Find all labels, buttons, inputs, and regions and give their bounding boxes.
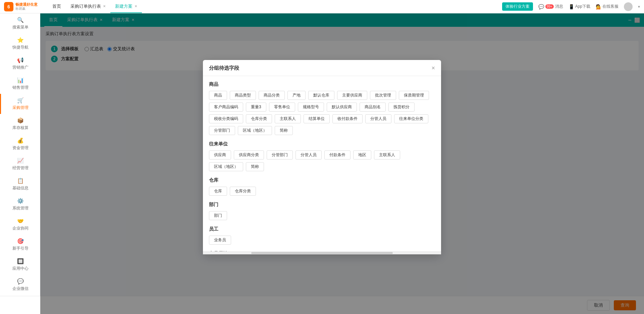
field-tag-region-goods[interactable]: 区域（地区） <box>238 126 272 135</box>
field-tag-goods[interactable]: 商品 <box>209 91 227 100</box>
tab-close-scheme[interactable]: ✕ <box>135 4 137 8</box>
field-tag-warehouse-cat[interactable]: 仓库分类 <box>246 114 272 123</box>
search-icon: 🔍 <box>17 17 24 23</box>
section-employee-grid: 业务员 <box>209 236 435 245</box>
sidebar: 🔍 搜索菜单 ⭐ 快捷导航 📢 营销推广 📊 销售管理 🛒 采购管理 📦 库存核… <box>0 13 40 314</box>
field-tag-settlement-unit[interactable]: 结算单位 <box>304 114 330 123</box>
sidebar-item-marketing[interactable]: 📢 营销推广 <box>0 54 40 74</box>
field-tag-warehouse[interactable]: 仓库 <box>209 187 227 196</box>
field-tag-cp-manager[interactable]: 分管人员 <box>296 150 322 160</box>
online-service-btn[interactable]: 💁 在线客服 <box>596 4 619 9</box>
app-download-btn[interactable]: 📱 App下载 <box>569 4 590 9</box>
modal-hscroll-bar[interactable] <box>203 251 441 254</box>
app-center-icon: 🔲 <box>17 258 24 264</box>
section-goods-grid: 商品 商品类型 商品分类 产地 默认仓库 主要供应商 批次管理 保质期管理 客户… <box>209 91 435 135</box>
section-employee-title: 员工 <box>209 226 435 232</box>
field-tag-goods-category[interactable]: 商品分类 <box>259 91 285 100</box>
sidebar-item-wechat[interactable]: 💬 企业微信 <box>0 275 40 295</box>
operations-icon: 📈 <box>17 158 24 164</box>
field-tag-short-name[interactable]: 简称 <box>275 126 293 135</box>
corp-icon: 🤝 <box>17 218 24 224</box>
field-tag-default-warehouse[interactable]: 默认仓库 <box>308 91 334 100</box>
user-avatar[interactable] <box>624 2 633 11</box>
section-goods-title: 商品 <box>209 81 435 87</box>
field-tag-manager[interactable]: 分管人员 <box>365 114 391 123</box>
field-tag-default-supplier[interactable]: 默认供应商 <box>327 103 357 112</box>
marketing-icon: 📢 <box>17 57 24 63</box>
modal-header: 分组待选字段 × <box>203 60 441 76</box>
field-tag-retail-unit[interactable]: 零售单位 <box>269 103 295 112</box>
message-badge: 99+ <box>545 4 554 9</box>
message-label: 消息 <box>555 4 563 9</box>
sidebar-item-search[interactable]: 🔍 搜索菜单 <box>0 13 40 34</box>
system-icon: ⚙️ <box>17 198 24 204</box>
field-tag-cp-region[interactable]: 地区 <box>353 150 371 160</box>
section-counterparty-grid: 供应商 供应商分类 分管部门 分管人员 付款条件 地区 主联系人 区域（地区） … <box>209 150 435 171</box>
tab-purchase-list[interactable]: 采购订单执行表 ✕ <box>66 0 110 13</box>
field-tag-cp-payment[interactable]: 付款条件 <box>324 150 351 160</box>
field-tag-origin[interactable]: 产地 <box>287 91 306 100</box>
section-counterparty-title: 往来单位 <box>209 141 435 147</box>
field-tag-expiry-mgmt[interactable]: 保质期管理 <box>399 91 429 100</box>
field-tag-warehouse-category[interactable]: 仓库分类 <box>230 187 256 196</box>
field-tag-main-supplier[interactable]: 主要供应商 <box>337 91 367 100</box>
purchase-icon: 🛒 <box>17 97 24 104</box>
section-employee: 员工 业务员 <box>209 226 435 245</box>
sidebar-item-corp-collab[interactable]: 🤝 企业协同 <box>0 214 40 235</box>
field-tag-cp-area[interactable]: 区域（地区） <box>209 162 243 171</box>
field-tag-goods-alias[interactable]: 商品别名 <box>360 103 386 112</box>
field-tag-customer-code[interactable]: 客户商品编码 <box>209 103 243 112</box>
modal-close-button[interactable]: × <box>431 65 435 72</box>
field-tag-salesperson[interactable]: 业务员 <box>209 236 231 245</box>
field-tag-main-contact[interactable]: 主联系人 <box>275 114 301 123</box>
section-warehouse-title: 仓库 <box>209 177 435 183</box>
field-tag-goods-type[interactable]: 商品类型 <box>230 91 256 100</box>
section-department-title: 部门 <box>209 202 435 208</box>
nav-pill-btn[interactable]: 体验行业方案 <box>502 2 533 11</box>
field-tag-payment-terms[interactable]: 收付款条件 <box>332 114 363 123</box>
sidebar-item-app-center[interactable]: 🔲 应用中心 <box>0 255 40 275</box>
sidebar-item-guide[interactable]: 🎯 新手引导 <box>0 235 40 255</box>
sidebar-item-quick-nav[interactable]: ⭐ 快捷导航 <box>0 34 40 54</box>
sidebar-item-system[interactable]: ⚙️ 系统管理 <box>0 194 40 214</box>
field-tag-pick-score[interactable]: 拣货积分 <box>388 103 415 112</box>
modal-title: 分组待选字段 <box>209 65 239 71</box>
app-logo-text: 畅捷通好生意 标易赢 <box>15 2 38 11</box>
message-btn[interactable]: 💬 99+ 消息 <box>538 4 563 9</box>
field-tag-cp-short[interactable]: 简称 <box>246 162 264 171</box>
field-tag-tax-code[interactable]: 税收分类编码 <box>209 114 243 123</box>
header-actions: 体验行业方案 💬 99+ 消息 📱 App下载 💁 在线客服 ▾ <box>502 2 640 11</box>
tab-home[interactable]: 首页 <box>48 0 66 13</box>
sidebar-item-purchase[interactable]: 🛒 采购管理 <box>0 94 40 114</box>
user-dropdown-icon[interactable]: ▾ <box>638 4 640 9</box>
field-tag-supplier[interactable]: 供应商 <box>209 150 231 160</box>
field-tag-cp-dept[interactable]: 分管部门 <box>267 150 293 160</box>
field-tag-batch-mgmt[interactable]: 批次管理 <box>370 91 396 100</box>
tab-new-scheme[interactable]: 新建方案 ✕ <box>110 0 142 13</box>
guide-icon: 🎯 <box>17 238 24 244</box>
wechat-icon: 💬 <box>17 278 24 285</box>
sidebar-item-inventory[interactable]: 📦 库存核算 <box>0 114 40 134</box>
modal-body[interactable]: 商品 商品 商品类型 商品分类 产地 默认仓库 主要供应商 批次管理 保质期管理… <box>203 76 441 252</box>
section-goods: 商品 商品 商品类型 商品分类 产地 默认仓库 主要供应商 批次管理 保质期管理… <box>209 81 435 135</box>
field-tag-department[interactable]: 部门 <box>209 211 227 220</box>
field-tag-transaction-cat[interactable]: 往来单位分类 <box>394 114 428 123</box>
field-tag-cp-contact[interactable]: 主联系人 <box>374 150 400 160</box>
section-department-grid: 部门 <box>209 211 435 220</box>
field-tag-supplier-cat[interactable]: 供应商分类 <box>234 150 264 160</box>
finance-icon: 💰 <box>17 137 24 144</box>
section-department: 部门 部门 <box>209 202 435 220</box>
sidebar-item-sales[interactable]: 📊 销售管理 <box>0 74 40 94</box>
field-tag-weight3[interactable]: 重量3 <box>246 103 266 112</box>
section-warehouse: 仓库 仓库 仓库分类 <box>209 177 435 196</box>
sales-icon: 📊 <box>17 77 24 83</box>
tab-close-purchase[interactable]: ✕ <box>103 4 106 8</box>
sidebar-item-operations[interactable]: 📈 经营管理 <box>0 154 40 174</box>
top-header: 6 畅捷通好生意 标易赢 首页 采购订单执行表 ✕ 新建方案 ✕ 体验行业方案 … <box>0 0 644 13</box>
field-tag-spec-model[interactable]: 规格型号 <box>298 103 324 112</box>
sidebar-item-finance[interactable]: 💰 资金管理 <box>0 134 40 154</box>
sidebar-item-basic-info[interactable]: 📋 基础信息 <box>0 174 40 194</box>
field-tag-dept[interactable]: 分管部门 <box>209 126 235 135</box>
trial-btn[interactable]: 体验行业方案 <box>502 2 533 11</box>
tab-bar: 首页 采购订单执行表 ✕ 新建方案 ✕ <box>44 0 502 13</box>
